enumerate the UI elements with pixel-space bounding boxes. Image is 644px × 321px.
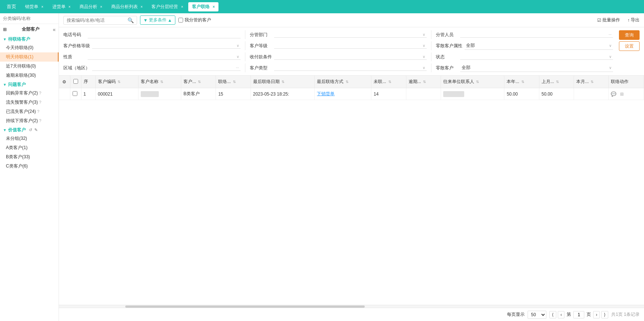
retail-chevron: ∨ xyxy=(609,66,612,70)
page-number-input[interactable] xyxy=(573,311,584,318)
nav-goods-list[interactable]: 商品分析列表 × xyxy=(108,2,147,11)
close-sales-icon[interactable]: × xyxy=(41,5,43,9)
filter-dept: 分管部门 ∨ xyxy=(250,32,427,38)
group-pending-contact[interactable]: ▼ 待联络客户 xyxy=(0,35,59,43)
sidebar-item-churned[interactable]: 已流失客户(24) ? xyxy=(0,107,59,116)
content-area: 🔍 ▼ 更多条件 ▲ 我分管的客户 ☑ 批量操作 ↑ 导出 xyxy=(59,13,644,321)
filter-panel: 电话号码 分管部门 ∨ 分管人员 xyxy=(59,27,644,76)
row-check[interactable] xyxy=(70,88,81,100)
close-goods-list-icon[interactable]: × xyxy=(141,5,143,9)
customer-type-label: 客户类型 xyxy=(250,65,272,71)
status-select[interactable]: ∨ xyxy=(460,54,613,60)
main-search-input[interactable] xyxy=(67,18,126,23)
nav-home[interactable]: 首页 xyxy=(3,2,20,11)
first-page-btn[interactable]: ⟨ xyxy=(549,311,556,318)
close-goods-icon[interactable]: × xyxy=(100,5,102,9)
dept-chevron-icon: ∨ xyxy=(423,32,425,37)
phone-input[interactable] xyxy=(88,31,241,38)
retail-select[interactable]: 全部 ∨ xyxy=(460,64,613,72)
all-customers-header[interactable]: ⊞ 全部客户 « xyxy=(0,24,59,35)
nav-customer-contact[interactable]: 客户联络 × xyxy=(188,2,218,11)
row-this-year: 50.00 xyxy=(504,88,539,100)
chat-action-icon[interactable]: 💬 xyxy=(611,92,616,97)
sidebar-item-b-class[interactable]: B类客户(33) xyxy=(0,152,59,162)
sidebar-item-declining[interactable]: 持续下滑客户(2) ? xyxy=(0,116,59,125)
sidebar-search-input[interactable] xyxy=(3,16,58,21)
close-segment-icon[interactable]: × xyxy=(181,5,183,9)
phone-label: 电话号码 xyxy=(63,32,85,38)
filter-status: 状态 ∨ xyxy=(436,54,613,60)
refresh-icon[interactable]: ↺ xyxy=(29,128,32,132)
customer-level-label: 客户等级 xyxy=(250,43,272,49)
qr-action-icon[interactable]: ⊞ xyxy=(620,92,624,97)
price-level-select[interactable]: ∨ xyxy=(92,43,241,49)
column-check[interactable] xyxy=(70,76,81,88)
batch-operation-button[interactable]: ☑ 批量操作 xyxy=(597,17,620,23)
collapse-icon[interactable]: « xyxy=(53,27,56,32)
column-last-method: 最后联络方式 ⇅ xyxy=(315,76,371,88)
more-filter-button[interactable]: ▼ 更多条件 ▲ xyxy=(140,15,175,25)
nature-select[interactable]: ∨ xyxy=(88,54,241,60)
prev-page-btn[interactable]: ‹ xyxy=(558,311,564,318)
retail-attr-chevron: ∨ xyxy=(609,44,612,48)
sidebar-search-area: 🔍 xyxy=(0,13,59,24)
sidebar-item-overdue[interactable]: 逾期未联络(30) xyxy=(0,71,59,80)
status-chevron: ∨ xyxy=(609,55,612,59)
column-contacts: 往来单位联系人 ⇅ xyxy=(441,76,504,88)
group-arrow-icon: ▼ xyxy=(3,37,7,41)
close-purchase-icon[interactable]: × xyxy=(69,5,71,9)
next-page-btn[interactable]: › xyxy=(593,311,600,318)
my-customers-checkbox[interactable] xyxy=(178,18,183,23)
close-contact-icon[interactable]: × xyxy=(213,5,215,9)
column-action: 联络动作 xyxy=(609,76,644,88)
dept-select[interactable]: ∨ xyxy=(274,32,427,38)
filter-person: 分管人员 ··· xyxy=(436,32,613,38)
filter-phone: 电话号码 xyxy=(63,31,241,38)
person-select[interactable]: ··· xyxy=(460,32,613,38)
export-button[interactable]: ↑ 导出 xyxy=(627,17,640,23)
row-last-method[interactable]: 下销货单 xyxy=(315,88,371,100)
sidebar-item-7days[interactable]: 近7天待联络(0) xyxy=(0,62,59,71)
customer-level-select[interactable]: ∨ xyxy=(274,43,427,49)
sidebar-item-churn-warning[interactable]: 流失预警客户(3) ? xyxy=(0,98,59,107)
edit-icon[interactable]: ✎ xyxy=(34,128,38,132)
filter-retail-attr: 零散客户属性 全部 ∨ xyxy=(436,42,613,50)
retail-attr-select[interactable]: 全部 ∨ xyxy=(465,42,613,50)
main-search-icon[interactable]: 🔍 xyxy=(127,17,134,23)
per-page-label: 每页显示 xyxy=(507,311,525,318)
nav-sales[interactable]: 销货单 × xyxy=(21,2,47,11)
sidebar-item-today[interactable]: 今天待联络(0) xyxy=(0,43,59,52)
nav-purchase[interactable]: 进货单 × xyxy=(49,2,74,11)
group-arrow-icon3: ▼ xyxy=(3,128,7,132)
page-navigation: ⟨ ‹ 第 页 › ⟩ xyxy=(549,311,608,318)
sidebar-item-tomorrow[interactable]: 明天待联络(1) xyxy=(0,52,59,62)
horizontal-scrollbar[interactable] xyxy=(59,305,644,308)
query-button[interactable]: 查询 xyxy=(619,30,640,40)
search-input-wrap[interactable]: 🔍 xyxy=(63,16,137,25)
filter-row-3: 性质 ∨ 收付款条件 ∨ xyxy=(63,52,613,61)
filter-customer-level: 客户等级 ∨ xyxy=(250,43,427,49)
group-problem-customers[interactable]: ▼ 问题客户 xyxy=(0,80,59,89)
sidebar-item-a-class[interactable]: A类客户(1) xyxy=(0,143,59,152)
sidebar-item-ungrouped[interactable]: 未分组(32) xyxy=(0,134,59,143)
nav-customer-segment[interactable]: 客户分层经营 × xyxy=(148,2,187,11)
main-layout: 🔍 ⊞ 全部客户 « ▼ 待联络客户 今天待联络(0) 明天待联络(1) 近7天… xyxy=(0,13,644,321)
search-bar: 🔍 ▼ 更多条件 ▲ 我分管的客户 ☑ 批量操作 ↑ 导出 xyxy=(59,13,644,27)
nav-goods-analysis[interactable]: 商品分析 × xyxy=(76,2,106,11)
select-all-checkbox[interactable] xyxy=(73,79,78,84)
per-page-select[interactable]: 50 100 200 xyxy=(528,311,546,319)
scrollbar-thumb[interactable] xyxy=(125,306,365,308)
group-value-customers[interactable]: ▼ 价值客户 ↺ ✎ xyxy=(0,125,59,134)
region-select[interactable]: ··· xyxy=(92,65,241,71)
settings-button[interactable]: 设置 xyxy=(619,41,640,51)
column-gear[interactable]: ⚙ xyxy=(59,76,70,88)
customer-type-select[interactable]: ∨ xyxy=(274,65,427,71)
status-label: 状态 xyxy=(436,54,458,60)
row-checkbox[interactable] xyxy=(73,91,77,96)
payment-select[interactable]: ∨ xyxy=(274,54,427,60)
last-page-btn[interactable]: ⟩ xyxy=(601,311,608,318)
my-customers-toggle[interactable]: 我分管的客户 xyxy=(178,17,211,23)
nature-label: 性质 xyxy=(63,54,85,60)
sidebar-item-c-class[interactable]: C类客户(6) xyxy=(0,162,59,171)
sidebar-item-repurchase[interactable]: 回购异常客户(2) ? xyxy=(0,89,59,98)
